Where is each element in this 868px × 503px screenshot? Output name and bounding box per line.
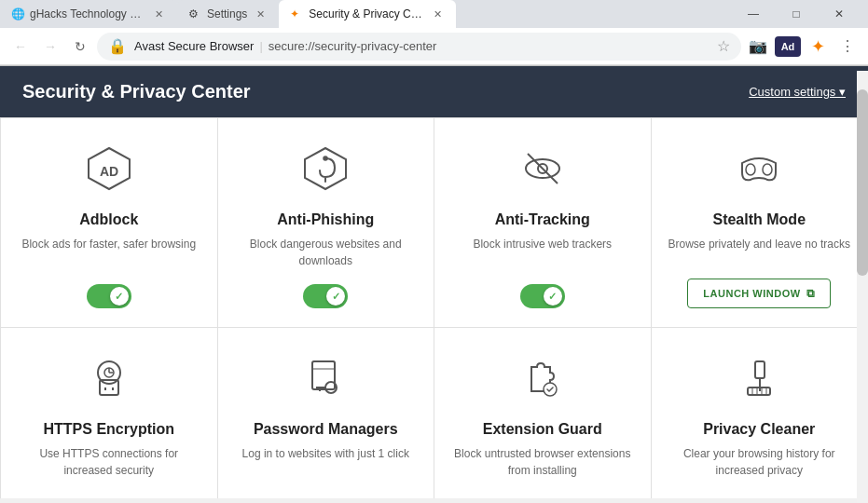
forward-icon: →: [44, 39, 57, 54]
extension-guard-icon: [515, 350, 571, 406]
ad-label: Ad: [781, 41, 795, 52]
anti-tracking-title: Anti-Tracking: [495, 211, 590, 228]
menu-button[interactable]: ⋮: [834, 34, 861, 60]
https-encryption-title: HTTPS Encryption: [44, 421, 174, 438]
svg-line-6: [528, 154, 558, 184]
tab-ghacks-close[interactable]: ✕: [151, 7, 166, 21]
address-bar[interactable]: 🔒 Avast Secure Browser | secure://securi…: [97, 33, 741, 61]
https-encryption-desc: Use HTTPS connections for increased secu…: [16, 445, 202, 486]
stealth-mode-title: Stealth Mode: [712, 211, 806, 228]
card-adblock: AD Adblock Block ads for faster, safer b…: [1, 118, 217, 327]
anti-phishing-desc: Block dangerous websites and downloads: [233, 236, 420, 269]
window-controls: — □ ✕: [724, 0, 868, 28]
address-host: Avast Secure Browser: [134, 39, 254, 53]
lock-icon: 🔒: [108, 37, 127, 55]
minimize-button[interactable]: —: [732, 0, 775, 28]
card-https-encryption: HTTPS Encryption Use HTTPS connections f…: [1, 328, 217, 498]
back-icon: ←: [14, 39, 27, 54]
tab-security-label: Security & Privacy Cente...: [309, 7, 424, 20]
anti-phishing-toggle-knob: [326, 287, 345, 306]
tab-ghacks-icon: 🌐: [11, 7, 24, 20]
https-encryption-icon: [81, 350, 137, 406]
card-password-managers: Password Managers Log in to websites wit…: [218, 328, 434, 498]
svg-point-8: [763, 164, 772, 175]
tab-ghacks[interactable]: 🌐 gHacks Technology New... ✕: [0, 0, 177, 28]
stealth-mode-desc: Browse privately and leave no tracks: [668, 236, 850, 264]
refresh-button[interactable]: ↻: [67, 34, 93, 60]
page-title: Security & Privacy Center: [22, 81, 251, 102]
close-button[interactable]: ✕: [818, 0, 861, 28]
back-button[interactable]: ←: [7, 34, 34, 60]
svg-rect-17: [312, 361, 335, 369]
anti-tracking-icon: [515, 141, 571, 197]
camera-button[interactable]: 📷: [745, 34, 771, 60]
address-url: secure://security-privacy-center: [269, 39, 437, 53]
scrollbar[interactable]: [857, 71, 868, 503]
adblock-toggle-knob: [110, 287, 129, 306]
external-link-icon: ⧉: [806, 287, 816, 300]
refresh-icon: ↻: [75, 39, 86, 54]
tab-settings-icon: ⚙: [188, 7, 201, 20]
anti-tracking-desc: Block intrusive web trackers: [473, 236, 612, 269]
card-privacy-cleaner: Privacy Cleaner Clear your browsing hist…: [652, 328, 868, 498]
card-stealth-mode: Stealth Mode Browse privately and leave …: [652, 118, 868, 327]
cards-grid: AD Adblock Block ads for faster, safer b…: [0, 117, 868, 498]
svg-point-3: [324, 156, 327, 160]
adblock-toggle[interactable]: [87, 284, 131, 308]
password-managers-icon: [297, 350, 353, 406]
extension-guard-desc: Block untrusted browser extensions from …: [449, 445, 636, 486]
privacy-cleaner-title: Privacy Cleaner: [703, 421, 815, 438]
anti-phishing-toggle[interactable]: [303, 284, 348, 308]
tab-settings[interactable]: ⚙ Settings ✕: [177, 0, 279, 28]
tab-security-close[interactable]: ✕: [430, 7, 445, 21]
toolbar-actions: 📷 Ad ✦ ⋮: [745, 34, 861, 60]
ad-indicator[interactable]: Ad: [775, 36, 801, 57]
scrollbar-thumb[interactable]: [857, 89, 868, 276]
camera-icon: 📷: [749, 37, 767, 55]
menu-icon: ⋮: [840, 37, 856, 55]
privacy-cleaner-icon: [731, 350, 787, 406]
bookmark-icon[interactable]: ☆: [717, 37, 730, 55]
svg-rect-23: [755, 361, 765, 378]
page-header: Security & Privacy Center Custom setting…: [0, 66, 868, 117]
custom-settings-button[interactable]: Custom settings ▾: [749, 85, 846, 99]
password-managers-title: Password Managers: [254, 421, 398, 438]
adblock-icon: AD: [81, 141, 137, 197]
privacy-cleaner-desc: Clear your browsing history for increase…: [667, 445, 853, 486]
anti-phishing-title: Anti-Phishing: [277, 211, 374, 228]
maximize-button[interactable]: □: [775, 0, 818, 28]
stealth-mode-icon: [731, 141, 787, 197]
tab-settings-label: Settings: [207, 7, 247, 20]
launch-window-button[interactable]: LAUNCH WINDOW ⧉: [687, 279, 831, 308]
svg-rect-16: [312, 361, 335, 389]
address-separator: |: [259, 39, 262, 53]
launch-window-label: LAUNCH WINDOW: [703, 288, 800, 299]
avast-button[interactable]: ✦: [805, 34, 831, 60]
card-anti-tracking: Anti-Tracking Block intrusive web tracke…: [434, 118, 651, 327]
maximize-icon: □: [792, 7, 799, 20]
tab-settings-close[interactable]: ✕: [253, 7, 268, 21]
page-content: Security & Privacy Center Custom setting…: [0, 66, 868, 498]
svg-marker-2: [305, 148, 346, 189]
tab-security-icon: ✦: [290, 7, 303, 20]
tab-ghacks-label: gHacks Technology New...: [30, 7, 145, 20]
close-icon: ✕: [834, 7, 844, 20]
tab-security[interactable]: ✦ Security & Privacy Cente... ✕: [279, 0, 456, 28]
adblock-desc: Block ads for faster, safer browsing: [21, 236, 196, 269]
anti-phishing-icon: [297, 141, 353, 197]
avast-icon: ✦: [811, 36, 825, 57]
tab-bar: 🌐 gHacks Technology New... ✕ ⚙ Settings …: [0, 0, 456, 28]
forward-button[interactable]: →: [37, 34, 63, 60]
svg-text:AD: AD: [100, 164, 118, 179]
password-managers-desc: Log in to websites with just 1 click: [242, 445, 409, 486]
card-anti-phishing: Anti-Phishing Block dangerous websites a…: [218, 118, 434, 327]
anti-tracking-toggle[interactable]: [520, 284, 565, 308]
svg-point-7: [746, 164, 755, 175]
anti-tracking-toggle-knob: [544, 287, 562, 306]
minimize-icon: —: [748, 7, 759, 20]
extension-guard-title: Extension Guard: [483, 421, 602, 438]
card-extension-guard: Extension Guard Block untrusted browser …: [434, 328, 651, 498]
toolbar: ← → ↻ 🔒 Avast Secure Browser | secure://…: [0, 28, 868, 65]
address-text: Avast Secure Browser | secure://security…: [134, 39, 436, 53]
adblock-title: Adblock: [79, 211, 138, 228]
